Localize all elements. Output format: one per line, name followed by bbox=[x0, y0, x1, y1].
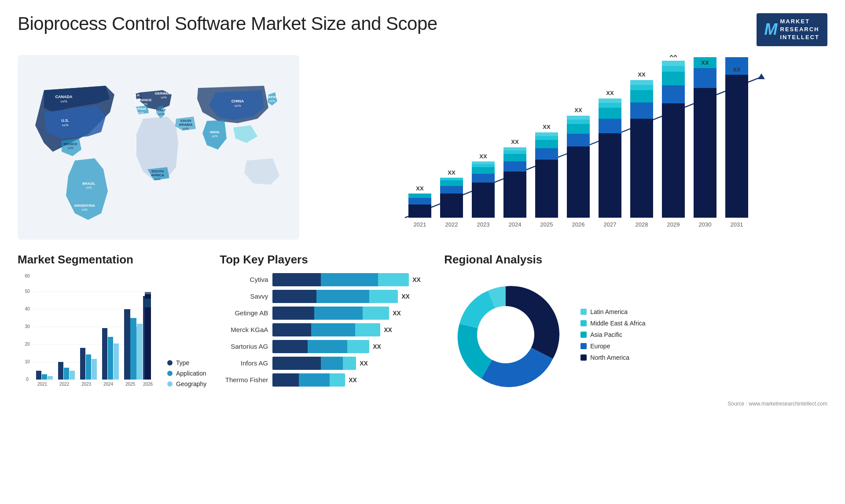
map-section: CANADA xx% U.S. xx% MEXICO xx% BRAZIL xx… bbox=[18, 55, 299, 240]
svg-rect-60 bbox=[599, 99, 621, 103]
svg-text:2026: 2026 bbox=[143, 382, 153, 387]
legend-type-label: Type bbox=[176, 359, 189, 366]
svg-rect-29 bbox=[472, 174, 495, 183]
svg-rect-51 bbox=[567, 124, 590, 134]
svg-rect-66 bbox=[630, 85, 653, 90]
svg-rect-82 bbox=[725, 75, 748, 218]
player-bar-savvy bbox=[272, 290, 398, 303]
pie-container: Latin America Middle East & Africa Asia … bbox=[444, 273, 827, 396]
page-title: Bioprocess Control Software Market Size … bbox=[18, 13, 437, 34]
player-bar-wrap-cytiva: XX bbox=[272, 273, 431, 286]
argentina-label: ARGENTINA bbox=[74, 204, 95, 208]
svg-rect-125 bbox=[145, 292, 151, 380]
svg-rect-119 bbox=[131, 318, 136, 380]
svg-text:0: 0 bbox=[26, 377, 29, 382]
svg-text:XX: XX bbox=[448, 169, 456, 176]
svg-text:xx%: xx% bbox=[60, 99, 67, 103]
legend-europe: Europe bbox=[580, 343, 645, 350]
donut-hole bbox=[477, 306, 534, 363]
source-text: Source : www.marketresearchintellect.com bbox=[444, 401, 827, 407]
svg-rect-103 bbox=[58, 362, 63, 380]
players-title: Top Key Players bbox=[220, 253, 431, 267]
svg-text:30: 30 bbox=[25, 324, 30, 329]
svg-rect-63 bbox=[630, 119, 653, 218]
player-row-merck: Merck KGaA XX bbox=[220, 323, 431, 336]
segmentation-chart-area: 0 10 20 30 40 50 60 bbox=[18, 273, 206, 387]
svg-text:2031: 2031 bbox=[731, 221, 743, 228]
logo-m-icon: M bbox=[764, 18, 778, 40]
svg-rect-46 bbox=[535, 132, 558, 136]
svg-text:10: 10 bbox=[25, 359, 30, 364]
mexico-label: MEXICO bbox=[63, 142, 77, 146]
south-africa-label: SOUTH bbox=[151, 169, 164, 173]
regional-title: Regional Analysis bbox=[444, 253, 827, 267]
player-row-thermo: Thermo Fisher XX bbox=[220, 373, 431, 387]
svg-text:XX: XX bbox=[606, 90, 614, 96]
svg-rect-30 bbox=[472, 167, 495, 174]
svg-rect-100 bbox=[36, 371, 41, 380]
svg-text:xx%: xx% bbox=[138, 111, 143, 114]
svg-text:2022: 2022 bbox=[59, 382, 70, 387]
legend-geography-label: Geography bbox=[176, 380, 206, 387]
svg-rect-43 bbox=[535, 148, 558, 160]
legend-north-america-color bbox=[580, 354, 587, 361]
brazil-label: BRAZIL bbox=[82, 182, 95, 186]
svg-rect-53 bbox=[567, 116, 590, 120]
donut-chart-svg bbox=[444, 273, 567, 396]
svg-text:2028: 2028 bbox=[636, 221, 648, 228]
pie-legend: Latin America Middle East & Africa Asia … bbox=[580, 308, 645, 361]
svg-text:50: 50 bbox=[25, 289, 30, 294]
player-bar-infors bbox=[272, 357, 356, 370]
svg-marker-19 bbox=[758, 73, 765, 79]
svg-rect-73 bbox=[662, 66, 685, 72]
svg-text:XX: XX bbox=[511, 139, 519, 145]
svg-rect-39 bbox=[503, 147, 526, 150]
legend-application-label: Application bbox=[176, 370, 206, 377]
india-label: INDIA bbox=[210, 130, 220, 134]
svg-rect-57 bbox=[599, 119, 621, 133]
svg-text:xx%: xx% bbox=[161, 96, 166, 99]
player-bar-wrap-thermo: XX bbox=[272, 373, 431, 387]
china-label: CHINA bbox=[231, 99, 244, 103]
svg-text:2025: 2025 bbox=[540, 221, 553, 228]
spain-label: SPAIN bbox=[136, 107, 146, 111]
player-xx-sartorius: XX bbox=[373, 343, 381, 350]
legend-middle-east-color bbox=[580, 320, 587, 326]
top-section: CANADA xx% U.S. xx% MEXICO xx% BRAZIL xx… bbox=[18, 55, 827, 240]
svg-rect-120 bbox=[137, 324, 143, 380]
svg-text:2024: 2024 bbox=[103, 382, 114, 387]
svg-rect-118 bbox=[125, 309, 130, 380]
svg-rect-37 bbox=[503, 154, 526, 161]
svg-rect-101 bbox=[42, 374, 47, 380]
svg-text:2023: 2023 bbox=[477, 221, 490, 228]
legend-latin-america: Latin America bbox=[580, 308, 645, 315]
player-row-infors: Infors AG XX bbox=[220, 357, 431, 370]
svg-text:xx%: xx% bbox=[212, 135, 217, 138]
seg-bar-chart: 0 10 20 30 40 50 60 bbox=[18, 273, 158, 387]
svg-text:2026: 2026 bbox=[572, 221, 585, 228]
player-bar-wrap-infors: XX bbox=[272, 357, 431, 370]
svg-rect-70 bbox=[662, 103, 685, 218]
svg-rect-32 bbox=[472, 161, 495, 164]
svg-text:XX: XX bbox=[479, 153, 487, 160]
player-name-infors: Infors AG bbox=[220, 359, 268, 367]
legend-geography-dot bbox=[167, 381, 173, 387]
player-name-savvy: Savvy bbox=[220, 292, 268, 300]
player-name-getinge: Getinge AB bbox=[220, 309, 268, 317]
svg-rect-22 bbox=[440, 194, 463, 218]
players-list: Cytiva XX Savvy bbox=[220, 273, 431, 387]
regional-section: Regional Analysis bbox=[444, 253, 827, 407]
legend-europe-label: Europe bbox=[590, 343, 610, 350]
svg-rect-59 bbox=[599, 103, 621, 108]
saudi-label: SAUDI bbox=[180, 119, 191, 123]
svg-text:xx%: xx% bbox=[67, 146, 73, 150]
svg-rect-52 bbox=[567, 120, 590, 124]
map-svg: CANADA xx% U.S. xx% MEXICO xx% BRAZIL xx… bbox=[18, 55, 299, 240]
svg-rect-74 bbox=[662, 61, 685, 66]
legend-latin-america-label: Latin America bbox=[590, 308, 628, 315]
svg-rect-77 bbox=[694, 88, 716, 218]
uk-label: U.K. bbox=[134, 93, 141, 97]
player-xx-getinge: XX bbox=[393, 310, 401, 317]
svg-rect-108 bbox=[92, 359, 97, 380]
player-bar-getinge bbox=[272, 307, 389, 320]
